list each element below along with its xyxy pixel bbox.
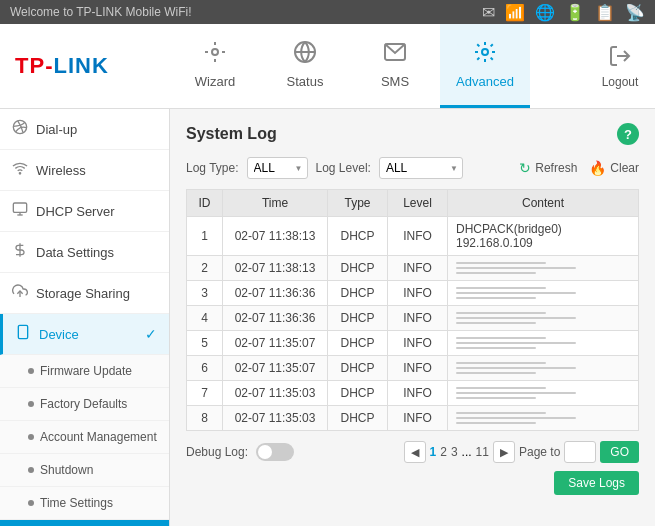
refresh-label: Refresh [535,161,577,175]
page-3[interactable]: 3 [451,445,458,459]
content-line [456,372,536,374]
content-line [456,287,546,289]
cell-id: 4 [187,306,223,331]
nav-sms[interactable]: SMS [350,24,440,108]
sidebar-item-data-settings[interactable]: Data Settings [0,232,169,273]
nav-wizard[interactable]: Wizard [170,24,260,108]
content-line [456,412,546,414]
factory-dot [28,401,34,407]
page-2[interactable]: 2 [440,445,447,459]
cell-content [448,281,639,306]
nav-advanced[interactable]: Advanced [440,24,530,108]
go-button[interactable]: GO [600,441,639,463]
pagination: ◀ 1 2 3 ... 11 ▶ Page to GO [404,441,639,463]
cell-id: 1 [187,217,223,256]
content-line [456,347,536,349]
data-settings-icon [12,242,28,262]
table-row: 102-07 11:38:13DHCPINFODHCPACK(bridge0) … [187,217,639,256]
table-row: 502-07 11:35:07DHCPINFO [187,331,639,356]
content-lines [456,287,630,299]
cell-id: 5 [187,331,223,356]
content-line [456,422,536,424]
help-button[interactable]: ? [617,123,639,145]
nav-status[interactable]: Status [260,24,350,108]
account-dot [28,434,34,440]
wireless-icon [12,160,28,180]
table-row: 402-07 11:36:36DHCPINFO [187,306,639,331]
nav-wizard-label: Wizard [195,74,235,89]
cell-type: DHCP [328,217,388,256]
log-level-select[interactable]: ALL INFO WARNING ERROR [379,157,463,179]
refresh-button[interactable]: ↻ Refresh [519,160,577,176]
prev-page-button[interactable]: ◀ [404,441,426,463]
sidebar-device-label: Device [39,327,79,342]
sub-item-factory[interactable]: Factory Defaults [0,388,169,421]
sms-icon [383,40,407,70]
sub-item-firmware[interactable]: Firmware Update [0,355,169,388]
page-to-input[interactable] [564,441,596,463]
sub-item-account[interactable]: Account Management [0,421,169,454]
content-line [456,267,576,269]
clear-label: Clear [610,161,639,175]
cell-type: DHCP [328,406,388,431]
cell-time: 02-07 11:38:13 [223,217,328,256]
clear-icon: 🔥 [589,160,606,176]
logout-icon [608,44,632,71]
content-lines [456,312,630,324]
debug-toggle[interactable] [256,443,294,461]
sidebar-item-device[interactable]: Device ✓ [0,314,169,355]
save-logs-button[interactable]: Save Logs [554,471,639,495]
cell-level: INFO [388,406,448,431]
sidebar: Dial-up Wireless DHCP Server Data Settin… [0,109,170,526]
col-time: Time [223,190,328,217]
cell-type: DHCP [328,306,388,331]
table-row: 702-07 11:35:03DHCPINFO [187,381,639,406]
filter-actions: ↻ Refresh 🔥 Clear [519,160,639,176]
clear-button[interactable]: 🔥 Clear [589,160,639,176]
cell-level: INFO [388,217,448,256]
bottom-bar: Debug Log: ◀ 1 2 3 ... 11 ▶ Page to GO [186,441,639,463]
page-11[interactable]: 11 [476,445,489,459]
sidebar-dhcp-label: DHCP Server [36,204,115,219]
nav-logout[interactable]: Logout [585,44,655,89]
sidebar-item-wireless[interactable]: Wireless [0,150,169,191]
sidebar-item-dial-up[interactable]: Dial-up [0,109,169,150]
advanced-icon [473,40,497,70]
sub-item-shutdown[interactable]: Shutdown [0,454,169,487]
current-page[interactable]: 1 [430,445,437,459]
cell-time: 02-07 11:35:03 [223,381,328,406]
content-line [456,417,576,419]
content-line [456,292,576,294]
shutdown-dot [28,467,34,473]
cell-content [448,306,639,331]
content-lines [456,337,630,349]
content-line [456,297,536,299]
sub-factory-label: Factory Defaults [40,397,127,411]
sidebar-item-dhcp[interactable]: DHCP Server [0,191,169,232]
sub-shutdown-label: Shutdown [40,463,93,477]
log-table: ID Time Type Level Content 102-07 11:38:… [186,189,639,431]
cell-level: INFO [388,306,448,331]
cell-time: 02-07 11:36:36 [223,281,328,306]
refresh-icon: ↻ [519,160,531,176]
content-lines [456,262,630,274]
device-check-icon: ✓ [145,326,157,342]
nav-status-label: Status [287,74,324,89]
table-row: 602-07 11:35:07DHCPINFO [187,356,639,381]
sub-item-time[interactable]: Time Settings [0,487,169,520]
next-page-button[interactable]: ▶ [493,441,515,463]
log-type-select[interactable]: ALL DHCP WIFI PPP [247,157,308,179]
nav-advanced-label: Advanced [456,74,514,89]
content-line [456,342,576,344]
cell-time: 02-07 11:35:07 [223,356,328,381]
sidebar-item-storage[interactable]: Storage Sharing [0,273,169,314]
top-bar-title: Welcome to TP-LINK Mobile WiFi! [10,5,192,19]
time-dot [28,500,34,506]
table-row: 802-07 11:35:03DHCPINFO [187,406,639,431]
cell-id: 7 [187,381,223,406]
content-line [456,392,576,394]
battery-icon: 🔋 [565,3,585,22]
sub-item-system-log[interactable]: System Log » [0,520,169,526]
content-lines [456,412,630,424]
content-line [456,362,546,364]
